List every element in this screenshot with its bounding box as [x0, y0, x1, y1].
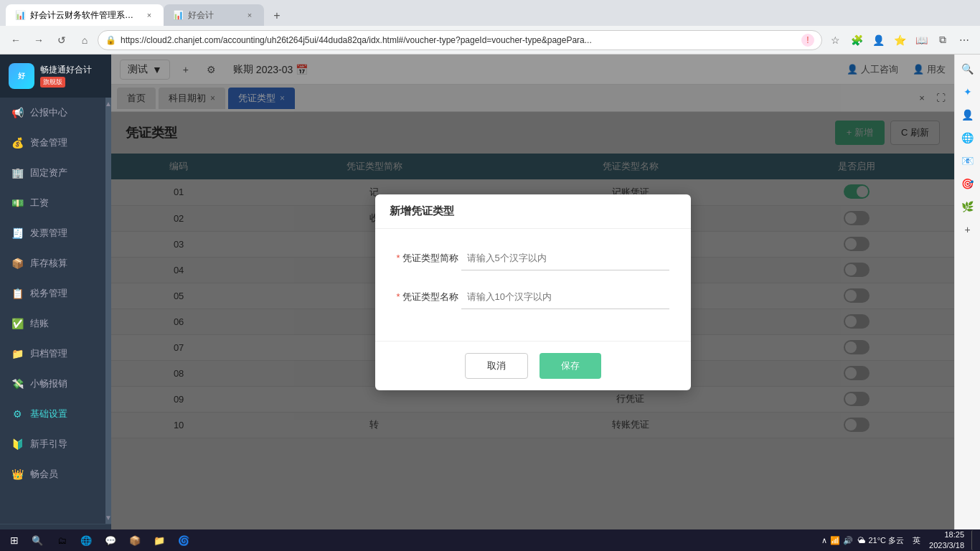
right-app2-icon[interactable]: 🌿: [958, 197, 978, 217]
more-icon[interactable]: ⋯: [954, 30, 974, 50]
weather-text: 21°C 多云: [868, 535, 904, 546]
right-add-icon[interactable]: +: [958, 220, 978, 240]
sidebar-item-label-member: 畅会员: [30, 468, 58, 481]
right-mail-icon[interactable]: 📧: [958, 151, 978, 171]
sidebar-item-tax[interactable]: 📋 税务管理: [0, 278, 105, 309]
taskbar-explorer[interactable]: 📁: [149, 530, 169, 550]
sidebar-item-member[interactable]: 👑 畅会员: [0, 459, 105, 489]
tax-icon: 📋: [10, 286, 24, 301]
dialog-body: 凭证类型简称 凭证类型名称: [375, 229, 691, 341]
sidebar-item-archive[interactable]: 📁 归档管理: [0, 339, 105, 369]
weather-icon: 🌥: [857, 536, 865, 545]
sidebar-item-label-expense: 小畅报销: [30, 377, 67, 390]
refresh-button[interactable]: ↺: [52, 30, 72, 50]
taskbar-edge[interactable]: 🌀: [174, 530, 194, 550]
right-star-icon[interactable]: ✦: [958, 82, 978, 102]
fixed-assets-icon: 🏢: [10, 166, 24, 180]
settings-icon: ⚙: [10, 407, 24, 421]
browser-tab-bar: 📊 好会计云财务软件管理系统_会计 × 📊 好会计 × +: [0, 0, 980, 26]
scroll-up-arrow[interactable]: ▲: [105, 98, 111, 110]
address-bar[interactable]: 🔒 https://cloud2.chanjet.com/accounting/…: [98, 30, 822, 50]
scroll-down-arrow[interactable]: ▼: [105, 512, 111, 524]
tab1-title: 好会计云财务软件管理系统_会计: [30, 9, 139, 22]
taskbar-volume-icon[interactable]: 🔊: [843, 536, 853, 545]
bookmark-star-icon[interactable]: ☆: [825, 30, 845, 50]
sidebar-item-label-payroll: 工资: [30, 197, 49, 209]
toolbar-actions: ☆ 🧩 👤 ⭐ 📖 ⧉ ⋯: [825, 30, 974, 50]
expense-icon: 💸: [10, 377, 24, 391]
tab2-favicon: 📊: [172, 9, 184, 21]
forward-button[interactable]: →: [29, 30, 49, 50]
taskbar-app1[interactable]: 📦: [125, 530, 145, 550]
taskbar-browser[interactable]: 🌐: [76, 530, 96, 550]
sidebar-item-label-fixed-assets: 固定资产: [30, 166, 67, 179]
guide-icon: 🔰: [10, 437, 24, 451]
logo-title: 畅捷通好合计: [40, 65, 92, 76]
short-name-label: 凭证类型简称: [397, 252, 461, 265]
right-panel: 🔍 ✦ 👤 🌐 📧 🎯 🌿 + ⚙: [954, 55, 980, 551]
dialog-footer: 取消 保存: [375, 341, 691, 390]
save-button-label: 保存: [561, 360, 580, 371]
favorites-icon[interactable]: ⭐: [890, 30, 910, 50]
browser-tab-1[interactable]: 📊 好会计云财务软件管理系统_会计 ×: [6, 4, 164, 26]
new-tab-button[interactable]: +: [267, 6, 287, 26]
sidebar-item-payroll[interactable]: 💵 工资: [0, 188, 105, 218]
inventory-icon: 📦: [10, 256, 24, 270]
profile-icon[interactable]: 👤: [868, 30, 888, 50]
sidebar-scroll-indicator: ▲ ▼: [105, 98, 111, 524]
sidebar-item-expense[interactable]: 💸 小畅报销: [0, 369, 105, 399]
tab2-close[interactable]: ×: [244, 9, 255, 21]
checkout-icon: ✅: [10, 316, 24, 331]
sidebar: 好 畅捷通好合计 旗舰版 📢 公报中心 💰 资金管理 🏢 固定资产: [0, 55, 111, 551]
browser-tab-2[interactable]: 📊 好会计 ×: [164, 4, 264, 26]
dialog-overlay: 新增凭证类型 凭证类型简称 凭证类型名称 取消 保存: [111, 55, 954, 529]
sidebar-item-announcements[interactable]: 📢 公报中心: [0, 98, 105, 128]
full-name-field: 凭证类型名称: [397, 285, 669, 309]
sidebar-item-guide[interactable]: 🔰 新手引导: [0, 429, 105, 459]
url-text: https://cloud2.chanjet.com/accounting/uh…: [121, 35, 797, 45]
extensions-icon[interactable]: 🧩: [847, 30, 867, 50]
announcements-icon: 📢: [10, 105, 24, 120]
cancel-button[interactable]: 取消: [465, 353, 528, 379]
full-name-input[interactable]: [461, 285, 669, 309]
short-name-input[interactable]: [461, 246, 669, 270]
sidebar-item-label-announcements: 公报中心: [30, 106, 67, 119]
taskbar-network-icon[interactable]: 📶: [830, 536, 840, 545]
tab1-close[interactable]: ×: [143, 9, 155, 21]
taskbar: ⊞ 🔍 🗂 🌐 💬 📦 📁 🌀 ∧ 📶 🔊 🌥 21°C 多云 英 18:25 …: [0, 529, 980, 551]
taskbar-show-desktop[interactable]: [971, 530, 974, 550]
taskbar-up-arrow[interactable]: ∧: [821, 536, 827, 545]
logo-icon: 好: [9, 63, 34, 89]
sidebar-item-fixed-assets[interactable]: 🏢 固定资产: [0, 158, 105, 188]
taskbar-search[interactable]: 🔍: [27, 530, 47, 550]
clock-time: 18:25: [929, 529, 964, 540]
taskbar-clock[interactable]: 18:25 2023/3/18: [929, 529, 964, 551]
taskbar-wechat[interactable]: 💬: [100, 530, 121, 550]
browser-chrome: 📊 好会计云财务软件管理系统_会计 × 📊 好会计 × + ← → ↺ ⌂ 🔒 …: [0, 0, 980, 55]
split-screen-icon[interactable]: ⧉: [933, 30, 953, 50]
browser-toolbar: ← → ↺ ⌂ 🔒 https://cloud2.chanjet.com/acc…: [0, 26, 980, 55]
right-user-icon[interactable]: 👤: [958, 105, 978, 125]
sidebar-item-invoice[interactable]: 🧾 发票管理: [0, 218, 105, 248]
cancel-button-label: 取消: [487, 360, 506, 371]
right-search-icon[interactable]: 🔍: [958, 59, 978, 79]
taskbar-task-view[interactable]: 🗂: [52, 530, 72, 550]
start-button[interactable]: ⊞: [6, 532, 23, 549]
sidebar-item-settings[interactable]: ⚙ 基础设置: [0, 399, 105, 429]
sidebar-item-label-fund: 资金管理: [30, 136, 67, 149]
archive-icon: 📁: [10, 347, 24, 361]
fund-icon: 💰: [10, 136, 24, 150]
taskbar-lang: 英: [913, 535, 920, 546]
home-button[interactable]: ⌂: [75, 30, 95, 50]
sidebar-item-checkout[interactable]: ✅ 结账: [0, 309, 105, 339]
sidebar-item-fund[interactable]: 💰 资金管理: [0, 128, 105, 158]
sidebar-item-inventory[interactable]: 📦 库存核算: [0, 248, 105, 278]
save-button[interactable]: 保存: [540, 353, 601, 379]
reading-mode-icon[interactable]: 📖: [911, 30, 931, 50]
right-globe-icon[interactable]: 🌐: [958, 128, 978, 148]
dialog-title: 新增凭证类型: [375, 194, 691, 229]
back-button[interactable]: ←: [6, 30, 26, 50]
invoice-icon: 🧾: [10, 226, 24, 240]
taskbar-weather: 🌥 21°C 多云: [857, 535, 904, 546]
right-app1-icon[interactable]: 🎯: [958, 174, 978, 194]
